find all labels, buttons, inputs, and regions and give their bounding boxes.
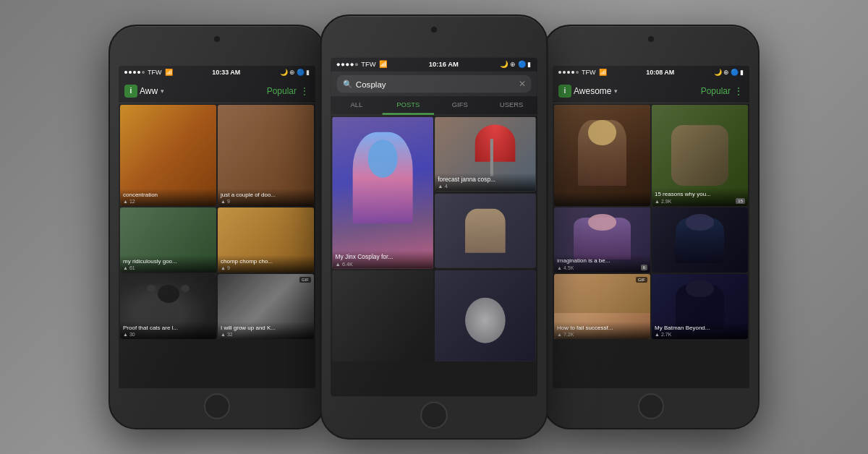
header-right-1: Popular ⋮ — [267, 85, 310, 97]
item-label — [554, 192, 650, 206]
gif-badge: GIF — [636, 277, 647, 283]
search-icon: 🔍 — [343, 80, 352, 88]
phone-cosplay-screen: TFW 📶 10:16 AM 🌙⊕🔵▮ 🔍 Cosplay ✕ ALL — [331, 58, 537, 396]
header-right-3: Popular ⋮ — [701, 85, 744, 97]
status-battery-1: 🌙⊕🔵▮ — [280, 69, 310, 76]
header-left-1: i Aww ▾ — [124, 85, 164, 98]
app-header-1: i Aww ▾ Popular ⋮ — [119, 79, 315, 103]
item-label: chomp chomp cho... ▲ 9 — [218, 255, 314, 273]
tab-all[interactable]: ALL — [331, 96, 382, 114]
item-votes: ▲ 7.2K — [557, 332, 647, 337]
status-carrier-3: TFW 📶 — [558, 69, 607, 76]
list-item[interactable]: my ridiculously goo... ▲ 61 — [120, 207, 216, 273]
item-label: my ridiculously goo... ▲ 61 — [120, 255, 216, 273]
status-bar-1: TFW 📶 10:33 AM 🌙⊕🔵▮ — [119, 66, 315, 79]
community-title-1[interactable]: Aww — [140, 86, 158, 96]
phone-awesome-screen: TFW 📶 10:08 AM 🌙⊕🔵▮ i Awesome ▾ — [553, 66, 749, 388]
search-input-row[interactable]: 🔍 Cosplay ✕ — [337, 75, 532, 93]
grid-aww: concentration ▲ 12 just a couple of doo.… — [119, 103, 315, 340]
app-logo-3: i — [558, 85, 571, 98]
status-time-2: 10:16 AM — [429, 61, 459, 69]
item-label: just a couple of doo... ▲ 9 — [218, 189, 314, 206]
list-item[interactable]: My Batman Beyond... ▲ 2.7K — [652, 274, 748, 339]
status-carrier-1: TFW 📶 — [124, 69, 173, 76]
community-title-3[interactable]: Awesome — [574, 86, 611, 96]
list-item[interactable] — [652, 207, 748, 273]
list-item[interactable]: forecast janna cosp... ▲ 4 — [435, 117, 536, 192]
list-item[interactable] — [332, 270, 433, 361]
cosplay-content: My Jinx Cosplay for... ▲ 6.4K — [331, 116, 537, 396]
search-tabs: ALL POSTS GIFS USERS — [331, 96, 537, 115]
status-bar-3: TFW 📶 10:08 AM 🌙⊕🔵▮ — [553, 66, 749, 79]
item-label: concentration ▲ 12 — [120, 189, 216, 206]
item-votes: ▲ 2.9K 15 — [655, 198, 745, 204]
item-votes: ▲ 30 — [123, 332, 213, 337]
list-item[interactable]: just a couple of doo... ▲ 9 — [218, 105, 314, 206]
app-scene: TFW 📶 10:33 AM 🌙⊕🔵▮ i Aww ▾ P — [0, 0, 868, 454]
grid-awesome: 15 reasons why you... ▲ 2.9K 15 — [553, 103, 749, 340]
item-label: My Jinx Cosplay for... ▲ 6.4K — [332, 251, 433, 269]
item-label: I will grow up and K... ▲ 32 — [218, 322, 314, 339]
search-text[interactable]: Cosplay — [356, 80, 514, 89]
sort-icon-3[interactable]: ⋮ — [733, 85, 744, 97]
list-item[interactable]: 15 reasons why you... ▲ 2.9K 15 — [652, 105, 748, 206]
tab-users[interactable]: USERS — [485, 96, 537, 114]
item-label: forecast janna cosp... ▲ 4 — [435, 173, 536, 191]
search-bar: 🔍 Cosplay ✕ — [331, 72, 537, 97]
list-item[interactable]: Proof that cats are l... ▲ 30 — [120, 274, 216, 339]
phone-awesome: TFW 📶 10:08 AM 🌙⊕🔵▮ i Awesome ▾ — [542, 25, 760, 429]
sort-label-3[interactable]: Popular — [701, 86, 731, 96]
status-time-3: 10:08 AM — [646, 69, 674, 76]
status-bar-2: TFW 📶 10:16 AM 🌙⊕🔵▮ — [331, 58, 537, 72]
status-battery-2: 🌙⊕🔵▮ — [500, 61, 531, 69]
app-header-3: i Awesome ▾ Popular ⋮ — [553, 79, 749, 103]
cosplay-grid: My Jinx Cosplay for... ▲ 6.4K — [331, 116, 537, 363]
item-votes: ▲ 32 — [221, 332, 311, 337]
item-votes: ▲ 2.7K — [655, 332, 745, 337]
list-item[interactable]: GIF I will grow up and K... ▲ 32 — [218, 274, 314, 339]
chevron-down-icon-1[interactable]: ▾ — [161, 87, 164, 95]
app-logo-1: i — [124, 85, 137, 98]
item-votes: ▲ 6.4K — [336, 261, 430, 266]
content-grid-3: 15 reasons why you... ▲ 2.9K 15 — [553, 103, 749, 388]
content-grid-1: concentration ▲ 12 just a couple of doo.… — [119, 103, 315, 388]
list-item[interactable]: concentration ▲ 12 — [120, 105, 216, 206]
item-votes: ▲ 9 — [221, 199, 311, 204]
tab-posts[interactable]: POSTS — [383, 96, 434, 114]
list-item[interactable] — [435, 270, 536, 361]
list-item[interactable]: GIF How to fail successf... ▲ 7.2K — [554, 274, 650, 339]
status-time-1: 10:33 AM — [212, 69, 240, 76]
tab-gifs[interactable]: GIFS — [434, 96, 485, 114]
item-votes: ▲ 61 — [123, 265, 213, 270]
list-item[interactable] — [435, 194, 536, 268]
list-item[interactable]: My Jinx Cosplay for... ▲ 6.4K — [332, 117, 433, 269]
item-label: Proof that cats are l... ▲ 30 — [120, 322, 216, 339]
item-votes: ▲ 12 — [123, 199, 213, 204]
item-votes: ▲ 4 — [438, 184, 532, 189]
list-item[interactable] — [554, 105, 650, 206]
sort-label-1[interactable]: Popular — [267, 86, 297, 96]
item-label: 15 reasons why you... ▲ 2.9K 15 — [652, 188, 748, 206]
item-votes: ▲ 4.5K 6 — [557, 265, 647, 270]
item-label: How to fail successf... ▲ 7.2K — [554, 322, 650, 339]
header-left-3: i Awesome ▾ — [558, 85, 618, 98]
status-battery-3: 🌙⊕🔵▮ — [714, 69, 744, 76]
list-item[interactable]: chomp chomp cho... ▲ 9 — [218, 207, 314, 273]
clear-icon[interactable]: ✕ — [519, 79, 525, 89]
chevron-down-icon-3[interactable]: ▾ — [614, 87, 618, 95]
item-votes: ▲ 9 — [221, 265, 311, 270]
gif-badge: GIF — [299, 277, 311, 283]
item-label: imagination is a be... ▲ 4.5K 6 — [554, 254, 650, 273]
list-item[interactable]: imagination is a be... ▲ 4.5K 6 — [554, 207, 650, 273]
sort-icon-1[interactable]: ⋮ — [299, 85, 310, 97]
phone-aww-screen: TFW 📶 10:33 AM 🌙⊕🔵▮ i Aww ▾ P — [119, 66, 315, 388]
status-carrier-2: TFW 📶 — [337, 61, 388, 69]
phone-cosplay: TFW 📶 10:16 AM 🌙⊕🔵▮ 🔍 Cosplay ✕ ALL — [320, 14, 548, 440]
phone-aww: TFW 📶 10:33 AM 🌙⊕🔵▮ i Aww ▾ P — [109, 25, 326, 429]
item-label: My Batman Beyond... ▲ 2.7K — [652, 322, 748, 339]
